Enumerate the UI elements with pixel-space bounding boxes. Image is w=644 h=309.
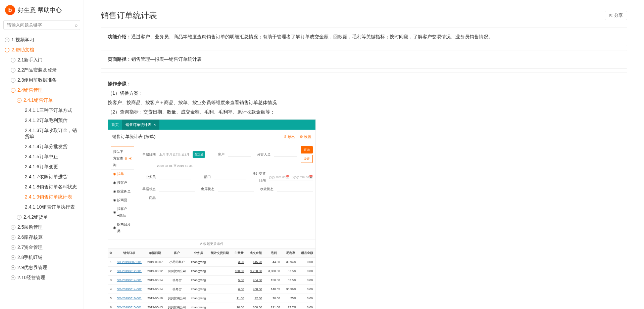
nav-item[interactable]: 2.4.1.10销售订单执行表 [23,202,80,212]
table-row: 5SO-20190318-0012019-03-18贝贝贸易公司zhangyan… [108,294,315,303]
nav-item[interactable]: +2.5采购管理 [9,222,80,232]
nav-label: 2.1新手入门 [17,57,43,63]
expand-icon[interactable]: + [11,225,15,230]
nav-label: 2.4.1.5订单中止 [25,154,58,160]
shot-body: 按以下方案查询 ⊕≪ ◉按单◉按客户◉按业务员◉按商品◉按客户+商品◉按商品分类… [108,144,315,239]
step1-text: 按客户、按商品、按客户＋商品、按单、按业务员等维度来查看销售订单总体情况 [108,98,620,107]
nav-item[interactable]: +2.4.2销货单 [15,212,80,222]
nav-label: 1.视频学习 [11,37,34,43]
scheme-item: ◉按客户+商品 [111,205,134,220]
expand-icon[interactable]: + [5,38,9,42]
nav-item[interactable]: 2.4.1.6订单变更 [23,162,80,172]
share-label: 分享 [614,12,623,18]
nav-item[interactable]: +2.3使用前数据准备 [9,75,80,85]
scheme-item: ◉按商品 [111,196,134,205]
search-icon[interactable]: ⌕ [75,22,78,28]
expand-icon[interactable]: + [11,58,15,62]
logo-row: b 好生意 帮助中心 [3,5,80,15]
nav-label: 2.4销售管理 [17,87,43,93]
nav-label: 2.6库存核算 [17,234,43,240]
shot-scheme-panel: 按以下方案查询 ⊕≪ ◉按单◉按客户◉按业务员◉按商品◉按客户+商品◉按商品分类 [111,146,134,237]
nav-label: 2.10经营管理 [17,275,45,281]
nav-item[interactable]: 2.4.1.4订单分批发货 [23,142,80,152]
collapse-icon[interactable]: − [17,98,21,103]
shot-tab-home: 首页 [108,120,122,130]
nav-label: 2.5采购管理 [17,224,43,230]
nav-label: 2.3使用前数据准备 [17,77,57,83]
shot-tab-report: 销售订单统计表 × [122,120,159,130]
nav-item[interactable]: +2.8手机旺铺 [9,253,80,263]
step2-text: （2）查询指标：交货日期、数量、成交金额、毛利、毛利率、累计收款金额等； [108,107,620,117]
shot-filters: 单据日期 上月 本月 近7天 近1月 自定义 客户 分管人员 查询 设置 201… [137,144,315,239]
nav-label: 2.4.1.2订单毛利预估 [25,118,67,124]
intro-label: 功能介绍： [108,34,131,39]
expand-icon[interactable]: + [17,215,21,220]
main-content: 销售订单统计表 ⇱ 分享 功能介绍：通过客户、业务员、商品等维度查询销售订单的明… [84,0,644,309]
nav-item[interactable]: −2.4.1销售订单 [15,95,80,105]
scheme-item: ◉按业务员 [111,187,134,196]
collapse-icon[interactable]: − [11,88,15,93]
scheme-item: ◉按单 [111,170,134,178]
set-btn: 设置 [301,155,313,163]
share-button[interactable]: ⇱ 分享 [605,11,627,20]
nav-item[interactable]: +2.1新手入门 [9,55,80,65]
nav-item[interactable]: 2.4.1.2订单毛利预估 [23,116,80,126]
nav-item[interactable]: 2.4.1.8销售订单各种状态 [23,182,80,192]
nav-label: 2.4.1.8销售订单各种状态 [25,184,77,190]
collapse-icon[interactable]: − [5,48,9,52]
search-btn: 查询 [301,146,313,153]
nav-label: 2.4.1.10销售订单执行表 [25,204,75,210]
expand-icon[interactable]: + [11,68,15,73]
path-label: 页面路径： [108,56,131,62]
scheme-item: ◉按客户 [111,178,134,187]
logo-icon: b [5,5,15,15]
nav-label: 2.4.2销货单 [23,214,48,220]
setting-link: ⚙ 设置 [300,133,311,140]
expand-icon[interactable]: + [11,275,15,280]
intro-card: 功能介绍：通过客户、业务员、商品等维度查询销售订单的明细汇总情况；有助于管理者了… [101,28,627,46]
scheme-item: ◉按商品分类 [111,220,134,235]
shot-tabs: 首页 销售订单统计表 × [108,120,315,130]
nav-label: 2.4.1.3订单收取订金，销货单 [25,128,79,140]
nav-item[interactable]: +2.10经营管理 [9,273,80,283]
nav-item[interactable]: +2.6库存核算 [9,232,80,242]
nav-label: 2.4.1.6订单变更 [25,164,58,170]
nav-item[interactable]: +2.2产品安装及登录 [9,65,80,75]
nav-item[interactable]: 2.4.1.7依照订单进货 [23,172,80,182]
table-row: 3SO-20190314-0012019-03-14张冬雪zhangyang5.… [108,276,315,285]
expand-icon[interactable]: + [11,255,15,260]
collapse-bar: ᐱ 收起更多条件 [108,239,315,249]
steps-block: 操作步骤： （1）切换方案： 按客户、按商品、按客户＋商品、按单、按业务员等维度… [101,73,627,309]
expand-icon[interactable]: + [11,78,15,83]
table-row: 6SO-20190513-0012019-05-13贝贝贸易公司zhangyan… [108,303,315,309]
nav-item[interactable]: −2.帮助文档 [3,45,80,55]
nav-item[interactable]: +2.7资金管理 [9,242,80,253]
intro-text: 通过客户、业务员、商品等维度查询销售订单的明细汇总情况；有助于管理者了解订单成交… [131,34,493,39]
nav-label: 2.4.1.4订单分批发货 [25,144,67,150]
expand-icon[interactable]: + [11,245,15,250]
table-row: 2SO-20190312-0012019-03-12贝贝贸易公司zhangyan… [108,267,315,276]
nav-tree: +1.视频学习−2.帮助文档+2.1新手入门+2.2产品安装及登录+2.3使用前… [3,35,80,283]
nav-item[interactable]: +1.视频学习 [3,35,80,45]
nav-item[interactable]: 2.4.1.1三种下订单方式 [23,105,80,116]
nav-label: 2.7资金管理 [17,245,43,251]
nav-item[interactable]: −2.4销售管理 [9,85,80,95]
nav-label: 2.4.1.9销售订单统计表 [25,194,72,200]
search-input[interactable] [3,20,80,30]
search-box: ⌕ [3,20,80,30]
screenshot-1: 首页 销售订单统计表 × 销售订单统计表 (按单) ⇩ 导出 ⚙ 设置 按以下方… [108,119,316,309]
nav-item[interactable]: 2.4.1.3订单收取订金，销货单 [23,126,80,142]
expand-icon[interactable]: + [11,235,15,240]
app-name: 好生意 帮助中心 [18,6,62,14]
path-card: 页面路径：销售管理—报表—销售订单统计表 [101,50,627,69]
nav-item[interactable]: +2.9优惠券管理 [9,263,80,273]
nav-item[interactable]: 2.4.1.9销售订单统计表 [23,192,80,202]
nav-item[interactable]: 2.4.1.5订单中止 [23,152,80,162]
nav-label: 2.9优惠券管理 [17,265,47,271]
expand-icon[interactable]: + [11,265,15,270]
steps-label: 操作步骤： [108,79,620,88]
nav-label: 2.4.1.7依照订单进货 [25,174,67,180]
shot-table: ⚙销售订单单据日期客户业务员预计交货日期主数量成交金额毛利毛利率赠品金额 1SO… [108,249,315,309]
step1-label: （1）切换方案： [108,88,620,98]
share-icon: ⇱ [609,13,613,18]
